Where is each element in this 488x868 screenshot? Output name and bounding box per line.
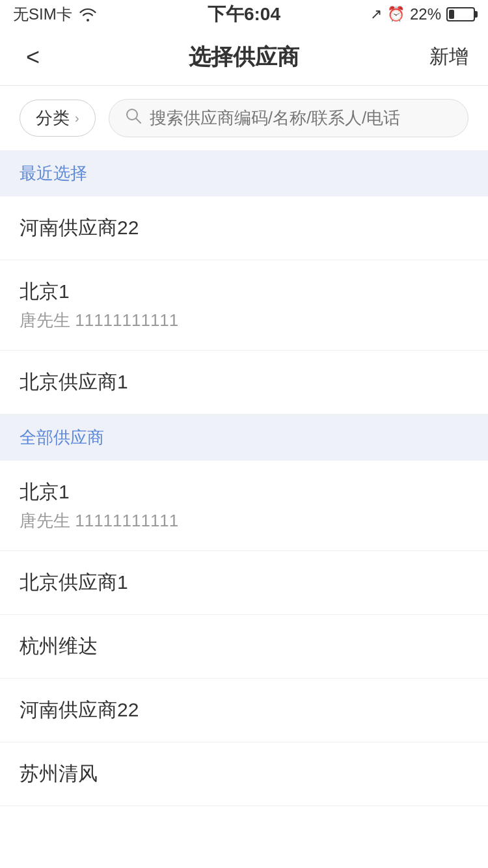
item-name: 河南供应商22 bbox=[20, 697, 468, 724]
recent-section-label: 最近选择 bbox=[20, 163, 87, 183]
search-input[interactable] bbox=[150, 108, 452, 128]
item-name: 河南供应商22 bbox=[20, 215, 468, 241]
category-filter-button[interactable]: 分类 › bbox=[20, 100, 96, 137]
filter-bar: 分类 › bbox=[0, 86, 488, 150]
carrier-text: 无SIM卡 bbox=[13, 4, 72, 25]
search-box[interactable] bbox=[109, 99, 468, 137]
battery-icon bbox=[446, 7, 475, 21]
recent-section-header: 最近选择 bbox=[0, 150, 488, 197]
list-item[interactable]: 河南供应商22 bbox=[0, 679, 488, 742]
chevron-right-icon: › bbox=[75, 111, 79, 126]
item-detail: 唐先生 11111111111 bbox=[20, 509, 468, 532]
status-indicators: ↗ ⏰ 22% bbox=[370, 5, 475, 23]
nav-bar: < 选择供应商 新增 bbox=[0, 29, 488, 86]
all-section-label: 全部供应商 bbox=[20, 427, 104, 447]
alarm-icon: ⏰ bbox=[387, 6, 405, 23]
list-item[interactable]: 北京供应商1 bbox=[0, 551, 488, 615]
all-section-header: 全部供应商 bbox=[0, 414, 488, 461]
list-item[interactable]: 苏州清风 bbox=[0, 742, 488, 806]
page-title: 选择供应商 bbox=[189, 42, 299, 72]
all-items-list: 北京1 唐先生 11111111111 北京供应商1 杭州维达 河南供应商22 … bbox=[0, 461, 488, 806]
list-item[interactable]: 杭州维达 bbox=[0, 615, 488, 679]
item-name: 杭州维达 bbox=[20, 633, 468, 660]
status-time: 下午6:04 bbox=[208, 2, 280, 27]
item-detail: 唐先生 11111111111 bbox=[20, 309, 468, 332]
add-button[interactable]: 新增 bbox=[429, 44, 468, 70]
item-name: 苏州清风 bbox=[20, 761, 468, 787]
list-item[interactable]: 河南供应商22 bbox=[0, 197, 488, 260]
item-name: 北京1 bbox=[20, 479, 468, 506]
item-name: 北京1 bbox=[20, 278, 468, 305]
svg-line-1 bbox=[136, 118, 141, 123]
recent-items-list: 河南供应商22 北京1 唐先生 11111111111 北京供应商1 bbox=[0, 197, 488, 414]
list-item[interactable]: 北京供应商1 bbox=[0, 351, 488, 414]
search-icon bbox=[125, 107, 142, 129]
location-icon: ↗ bbox=[370, 6, 382, 23]
status-carrier-wifi: 无SIM卡 bbox=[13, 4, 97, 25]
back-button[interactable]: < bbox=[20, 37, 46, 77]
wifi-icon bbox=[79, 7, 97, 21]
battery-pct-text: 22% bbox=[410, 5, 441, 23]
item-name: 北京供应商1 bbox=[20, 369, 468, 396]
item-name: 北京供应商1 bbox=[20, 569, 468, 596]
category-label: 分类 bbox=[36, 107, 70, 129]
list-item[interactable]: 北京1 唐先生 11111111111 bbox=[0, 461, 488, 551]
status-bar: 无SIM卡 下午6:04 ↗ ⏰ 22% bbox=[0, 0, 488, 29]
list-item[interactable]: 北京1 唐先生 11111111111 bbox=[0, 260, 488, 351]
